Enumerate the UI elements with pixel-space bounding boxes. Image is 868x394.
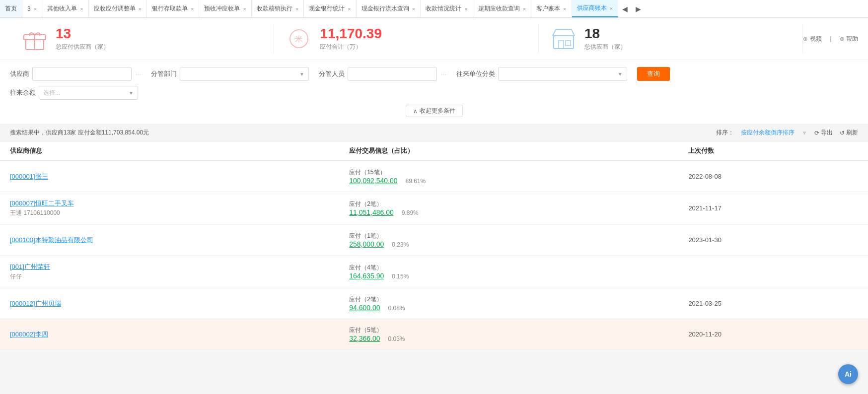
supplier-link-2[interactable]: [000007]恒旺二手叉车 <box>10 199 74 207</box>
store-icon <box>549 24 579 54</box>
category-select[interactable]: ▼ <box>498 67 627 81</box>
close-tab-collect-stat[interactable]: × <box>464 6 467 12</box>
stat-total-content: 11,170.39 应付合计（万） <box>320 26 382 51</box>
supplier-label: 供应商 <box>10 69 29 78</box>
nav-tab-collect-stat[interactable]: 收款情况统计 × <box>421 0 473 17</box>
col-header-trans: 应付交易信息（占比） <box>349 146 688 155</box>
supplier-link-6[interactable]: [000002]李四 <box>10 330 48 338</box>
stat-all-content: 18 总供应商（家） <box>584 26 626 51</box>
supplier-link-5[interactable]: [000012]广州贝瑞 <box>10 300 61 307</box>
search-area: 供应商 ··· 分管部门 ▼ 分管人员 ··· 往来单位分类 ▼ 查询 往来 <box>0 60 868 125</box>
refresh-button[interactable]: ↺ 刷新 <box>840 129 858 137</box>
export-button[interactable]: ⟳ 导出 <box>814 129 833 137</box>
divider: ｜ <box>828 35 834 43</box>
supplier-cell-4: [001]广州荣轩 仔仔 <box>10 263 349 281</box>
close-tab-3[interactable]: × <box>34 6 37 12</box>
nav-tab-cash-flow[interactable]: 现金银行流水查询 × <box>357 0 421 17</box>
collapse-up-icon: ∧ <box>413 108 418 115</box>
search-button[interactable]: 查询 <box>637 67 670 81</box>
nav-tab-adjust[interactable]: 应收应付调整单 × <box>89 0 147 17</box>
table-row: [000001]张三 应付（15笔） 100,092,540.00 89.61%… <box>0 161 868 192</box>
trans-cell-3: 应付（1笔） 258,000.00 0.23% <box>349 232 688 248</box>
svg-rect-6 <box>559 41 564 49</box>
trans-amount-6[interactable]: 32,366.00 <box>349 334 380 342</box>
table-row: [000002]李四 应付（5笔） 32,366.00 0.03% 2020-1… <box>0 319 868 350</box>
nav-tab-overdue[interactable]: 超期应收款查询 × <box>473 0 531 17</box>
nav-prev-arrow[interactable]: ◀ <box>618 5 632 13</box>
refresh-icon: ↺ <box>840 130 845 136</box>
dept-label: 分管部门 <box>151 69 177 78</box>
last-pay-2: 2021-11-17 <box>688 204 858 212</box>
table-header: 供应商信息 应付交易信息（占比） 上次付数 <box>0 141 868 161</box>
filter-person: 分管人员 ··· <box>319 67 446 81</box>
close-tab-bank[interactable]: × <box>191 6 194 12</box>
supplier-link-4[interactable]: [001]广州荣轩 <box>10 263 50 270</box>
person-input[interactable] <box>348 67 437 81</box>
supplier-input[interactable] <box>32 67 132 81</box>
trans-cell-4: 应付（4笔） 164,635.90 0.15% <box>349 263 688 280</box>
nav-tab-bank[interactable]: 银行存取款单 × <box>147 0 199 17</box>
last-pay-3: 2023-01-30 <box>688 236 858 244</box>
trans-amount-3[interactable]: 258,000.00 <box>349 240 384 248</box>
supplier-cell-5: [000012]广州贝瑞 <box>10 299 349 308</box>
nav-tab-supplier[interactable]: 供应商账本 × <box>572 0 618 17</box>
filter-supplier: 供应商 ··· <box>10 67 141 81</box>
close-tab-other-income[interactable]: × <box>80 6 83 12</box>
export-icon: ⟳ <box>814 130 819 136</box>
nav-tab-collection[interactable]: 收款核销执行 × <box>252 0 304 17</box>
close-tab-collection[interactable]: × <box>295 6 298 12</box>
col-header-lastpay: 上次付数 <box>688 146 858 155</box>
close-tab-adjust[interactable]: × <box>139 6 142 12</box>
trans-amount-4[interactable]: 164,635.90 <box>349 272 384 280</box>
trans-cell-6: 应付（5笔） 32,366.00 0.03% <box>349 326 688 342</box>
collapse-button[interactable]: ∧ 收起更多条件 <box>406 105 463 117</box>
nav-tab-cash-stat[interactable]: 现金银行统计 × <box>304 0 356 17</box>
supplier-more-icon[interactable]: ··· <box>136 70 141 78</box>
close-tab-cash-stat[interactable]: × <box>348 6 351 12</box>
close-tab-customer[interactable]: × <box>563 6 566 12</box>
close-tab-overdue[interactable]: × <box>523 6 526 12</box>
nav-tab-customer[interactable]: 客户账本 × <box>531 0 572 17</box>
svg-text:米: 米 <box>295 35 303 43</box>
dept-select[interactable]: ▼ <box>180 67 309 81</box>
trans-cell-2: 应付（2笔） 11,051,486.00 9.89% <box>349 200 688 216</box>
sort-select[interactable]: 按应付余额倒序排序 <box>741 129 795 137</box>
last-pay-6: 2020-11-20 <box>688 330 858 338</box>
person-label: 分管人员 <box>319 69 345 78</box>
results-header: 搜索结果中，供应商13家 应付金额111,703,854.00元 排序： 按应付… <box>0 125 868 141</box>
dept-chevron: ▼ <box>299 71 304 77</box>
stat-total-label: 应付合计（万） <box>320 43 382 51</box>
filter-row-2: 往来余额 选择... ▼ <box>10 86 858 100</box>
supplier-cell-6: [000002]李四 <box>10 330 349 339</box>
person-more-icon[interactable]: ··· <box>441 70 446 78</box>
stats-bar: 13 总应付供应商（家） 米 11,170.39 应付合计（万） 1 <box>0 18 868 60</box>
category-chevron: ▼ <box>618 71 623 77</box>
trans-amount-5[interactable]: 94,600.00 <box>349 304 380 312</box>
nav-tab-home[interactable]: 首页 <box>0 0 22 17</box>
trans-amount-1[interactable]: 100,092,540.00 <box>349 177 397 185</box>
nav-tab-prepay[interactable]: 预收冲应收单 × <box>199 0 251 17</box>
close-tab-prepay[interactable]: × <box>243 6 246 12</box>
balance-label: 往来余额 <box>10 88 36 97</box>
close-tab-cash-flow[interactable]: × <box>412 6 415 12</box>
results-actions: 排序： 按应付余额倒序排序 ▼ ⟳ 导出 ↺ 刷新 <box>716 129 858 137</box>
gift-icon <box>20 24 50 54</box>
supplier-cell-3: [000100]本特勤油品有限公司 <box>10 236 349 245</box>
results-summary: 搜索结果中，供应商13家 应付金额111,703,854.00元 <box>10 129 149 137</box>
filter-dept: 分管部门 ▼ <box>151 67 309 81</box>
stat-payable-label: 总应付供应商（家） <box>56 43 109 51</box>
nav-tab-3[interactable]: 3 × <box>22 0 42 17</box>
filter-category: 往来单位分类 ▼ <box>456 67 627 81</box>
supplier-link-1[interactable]: [000001]张三 <box>10 173 48 180</box>
balance-select[interactable]: 选择... ▼ <box>39 86 138 100</box>
video-link[interactable]: ⊙ 视频 <box>803 35 821 43</box>
nav-next-arrow[interactable]: ▶ <box>632 5 645 13</box>
balance-chevron: ▼ <box>129 90 134 96</box>
supplier-cell-2: [000007]恒旺二手叉车 王通 17106110000 <box>10 199 349 217</box>
stat-total-payable: 米 11,170.39 应付合计（万） <box>274 24 538 54</box>
help-link[interactable]: ⊙ 帮助 <box>840 35 858 43</box>
nav-tab-other-income[interactable]: 其他收入单 × <box>42 0 88 17</box>
supplier-link-3[interactable]: [000100]本特勤油品有限公司 <box>10 236 93 244</box>
trans-amount-2[interactable]: 11,051,486.00 <box>349 208 394 216</box>
close-tab-supplier[interactable]: × <box>610 5 613 11</box>
